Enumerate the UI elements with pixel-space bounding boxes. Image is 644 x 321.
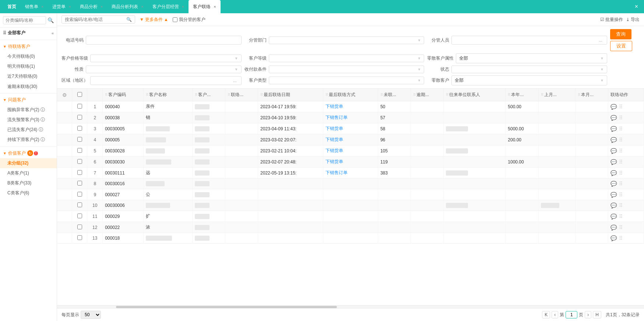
customer-level-select[interactable]: ▼ (269, 54, 425, 62)
message-icon-3[interactable]: 💬 (610, 137, 617, 143)
grid-action-icon-6[interactable]: ⠿ (619, 170, 623, 176)
col-this-month[interactable]: ⠿本月... (576, 89, 608, 101)
col-name[interactable]: ⠿客户名称 (144, 89, 193, 101)
nav-customer-segment[interactable]: 客户分层经营 × (148, 0, 189, 13)
sidebar-item-type-b[interactable]: B类客户(33) (0, 178, 57, 188)
my-customers-check[interactable] (173, 17, 177, 22)
nav-home[interactable]: 首页 (3, 0, 21, 13)
grid-action-icon-1[interactable]: ⠿ (619, 115, 623, 121)
sidebar-item-churned[interactable]: 已流失客户(24) ⓘ (0, 125, 57, 135)
row-checkbox-12[interactable] (77, 235, 82, 240)
nature-select[interactable]: ▼ (86, 66, 242, 73)
row-checkbox-7[interactable] (77, 181, 82, 186)
cell-check-2[interactable] (72, 123, 87, 134)
nav-goods-analysis[interactable]: 商品分析 × (75, 0, 107, 13)
row-checkbox-4[interactable] (77, 148, 82, 153)
dept-select[interactable]: ▼ (269, 36, 425, 44)
region-select[interactable]: ... (90, 76, 242, 85)
message-icon-4[interactable]: 💬 (610, 148, 617, 154)
last-way-link-0[interactable]: 下销货单 (325, 104, 343, 109)
last-way-link-6[interactable]: 下销售订单 (325, 170, 348, 175)
col-contact[interactable]: ⠿联络... (225, 89, 258, 101)
nav-customer-contact[interactable]: 客户联络 × (189, 0, 220, 13)
message-icon-2[interactable]: 💬 (610, 126, 617, 132)
col-last-way[interactable]: ⠿最后联络方式 (323, 89, 378, 101)
manager-ellipsis[interactable]: ... (597, 38, 604, 43)
sidebar-item-type-a[interactable]: A类客户(1) (0, 168, 57, 178)
horizontal-scrollbar[interactable] (57, 305, 644, 308)
sparse-attr-select[interactable]: 全部 ▼ (456, 53, 607, 63)
message-icon-1[interactable]: 💬 (610, 115, 617, 121)
sidebar-item-tomorrow[interactable]: 明天待联络(1) (0, 61, 57, 71)
message-icon-10[interactable]: 💬 (610, 214, 617, 219)
col-no-contact[interactable]: ⠿未联... (378, 89, 411, 101)
phone-input[interactable] (86, 36, 242, 45)
query-button[interactable]: 查询 (610, 29, 631, 39)
grid-action-icon-9[interactable]: ⠿ (619, 202, 623, 208)
col-type[interactable]: ⠿客户... (193, 89, 225, 101)
cell-check-5[interactable] (72, 156, 87, 167)
scrollbar-thumb[interactable] (116, 306, 337, 308)
select-all-checkbox[interactable] (77, 92, 82, 97)
row-checkbox-8[interactable] (77, 192, 82, 197)
region-ellipsis[interactable]: ... (232, 78, 238, 83)
cell-check-4[interactable] (72, 145, 87, 156)
nav-goods-list[interactable]: 商品分析列表 × (107, 0, 148, 13)
col-last-month[interactable]: ⠿上月... (538, 89, 575, 101)
nav-purchase-close[interactable]: × (68, 0, 71, 13)
cell-check-1[interactable] (72, 112, 87, 123)
cell-check-11[interactable] (72, 222, 87, 233)
col-overdue[interactable]: ⠿逾期... (411, 89, 443, 101)
cell-check-6[interactable] (72, 167, 87, 179)
col-settings[interactable]: ⚙ (57, 89, 72, 101)
row-checkbox-3[interactable] (77, 137, 82, 142)
page-size-select[interactable]: 50 100 (81, 311, 101, 319)
sidebar-item-overdue[interactable]: 逾期未联络(30) (0, 82, 57, 92)
sidebar-item-abnormal[interactable]: 囤购异常客户(2) ⓘ (0, 105, 57, 115)
message-icon-7[interactable]: 💬 (610, 181, 617, 187)
cell-check-7[interactable] (72, 179, 87, 189)
last-way-link-2[interactable]: 下销货单 (325, 126, 343, 131)
prev-page-btn[interactable]: ‹ (552, 311, 558, 318)
last-way-link-4[interactable]: 下销货单 (325, 148, 343, 153)
sparse-customer-select[interactable]: 全部 ▼ (451, 75, 607, 85)
sidebar-group-pending[interactable]: ▼ 待联络客户 (0, 42, 57, 52)
message-icon-12[interactable]: 💬 (610, 235, 617, 241)
row-checkbox-10[interactable] (77, 214, 82, 218)
col-this-year[interactable]: ⠿本年... (506, 89, 539, 101)
col-contact-person[interactable]: ⠿往来单位联系人 (443, 89, 505, 101)
last-way-link-5[interactable]: 下销货单 (325, 159, 343, 164)
search-input[interactable] (65, 17, 126, 22)
row-checkbox-6[interactable] (77, 170, 82, 175)
last-way-link-3[interactable]: 下销货单 (325, 137, 343, 142)
first-page-btn[interactable]: K (542, 311, 550, 318)
grid-action-icon-11[interactable]: ⠿ (619, 225, 623, 230)
cell-check-3[interactable] (72, 134, 87, 145)
more-conditions-btn[interactable]: ▼ 更多条件 ▲ (140, 17, 168, 23)
sidebar-item-type-c[interactable]: C类客户(6) (0, 188, 57, 198)
row-checkbox-11[interactable] (77, 225, 82, 229)
grid-action-icon-10[interactable]: ⠿ (619, 214, 623, 219)
next-page-btn[interactable]: › (585, 311, 591, 318)
cell-check-9[interactable] (72, 200, 87, 211)
cell-check-10[interactable] (72, 211, 87, 222)
customer-type-select[interactable]: ▼ (269, 77, 425, 84)
my-customers-checkbox[interactable]: 我分管的客户 (173, 17, 205, 23)
message-icon-8[interactable]: 💬 (610, 192, 617, 198)
sidebar-all-customers[interactable]: ⠿ 全部客户 « (0, 28, 57, 38)
sidebar-item-today[interactable]: 今天待联络(0) (0, 52, 57, 61)
nav-purchase[interactable]: 进货单 × (48, 0, 75, 13)
row-checkbox-0[interactable] (77, 104, 82, 109)
sidebar-item-declining[interactable]: 持续下滑客户(2) ⓘ (0, 135, 57, 145)
message-icon-9[interactable]: 💬 (610, 202, 617, 208)
export-btn[interactable]: ⤓ 导出 (626, 17, 640, 23)
grid-action-icon-8[interactable]: ⠿ (619, 192, 623, 198)
reset-button[interactable]: 设置 (610, 41, 632, 51)
cell-check-0[interactable] (72, 101, 87, 112)
grid-action-icon-4[interactable]: ⠿ (619, 148, 623, 154)
payment-select[interactable]: ▼ (269, 66, 425, 73)
sidebar-group-value[interactable]: ▼ 价值客户 ↻ ! (0, 148, 57, 158)
col-code[interactable]: ⠿客户编码 (103, 89, 144, 101)
collapse-icon[interactable]: « (52, 31, 54, 35)
cell-check-8[interactable] (72, 189, 87, 200)
